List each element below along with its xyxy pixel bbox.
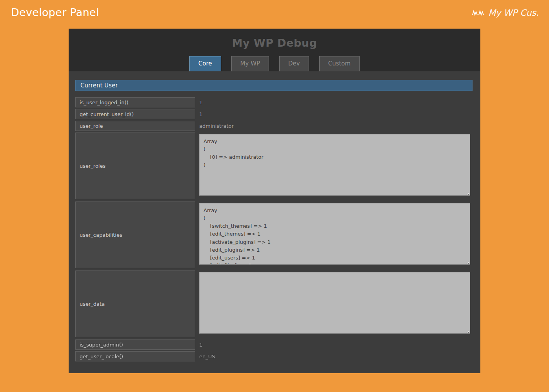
row-label: get_current_user_id() (75, 109, 195, 119)
tab-custom[interactable]: Custom (319, 56, 360, 71)
row-value-textarea[interactable] (199, 272, 470, 334)
panel-body: Current User is_user_logged_in()1get_cur… (69, 71, 480, 373)
row-value-wrap (195, 201, 473, 268)
table-row: user_roles (75, 132, 473, 199)
table-row: user_data (75, 270, 473, 337)
row-value-wrap (195, 270, 473, 337)
tab-my-wp[interactable]: My WP (231, 56, 269, 71)
section-header: Current User (75, 80, 473, 91)
brand-text: My WP Cus. (488, 8, 539, 18)
tab-core[interactable]: Core (189, 56, 221, 71)
row-label: user_role (75, 121, 195, 131)
table-row: user_capabilities (75, 201, 473, 268)
row-value: 1 (195, 339, 473, 350)
waveform-icon (472, 8, 485, 18)
row-label: get_user_locale() (75, 351, 195, 361)
row-label: is_user_logged_in() (75, 97, 195, 107)
tab-bar: CoreMy WPDevCustom (69, 56, 480, 71)
table-row: get_current_user_id()1 (75, 109, 473, 119)
table-row: is_super_admin()1 (75, 339, 473, 350)
row-label: user_data (75, 270, 195, 337)
table-row: get_user_locale()en_US (75, 351, 473, 361)
row-value: 1 (195, 109, 473, 119)
section-title: Current User (80, 82, 118, 89)
row-value: administrator (195, 121, 473, 131)
row-value: 1 (195, 97, 473, 107)
table-row: user_roleadministrator (75, 121, 473, 131)
panel-header: My WP Debug CoreMy WPDevCustom (69, 29, 480, 71)
tab-dev[interactable]: Dev (279, 56, 309, 71)
row-label: is_super_admin() (75, 339, 195, 350)
panel-title: My WP Debug (69, 37, 480, 49)
row-label: user_capabilities (75, 201, 195, 268)
row-value-textarea[interactable] (199, 203, 470, 265)
page-title: Developer Panel (11, 6, 99, 18)
row-value-wrap (195, 132, 473, 199)
row-value: en_US (195, 351, 473, 361)
page: Developer Panel My WP Cus. My WP Debug C… (0, 0, 549, 373)
row-label: user_roles (75, 132, 195, 199)
debug-panel: My WP Debug CoreMy WPDevCustom Current U… (69, 29, 480, 373)
topbar: Developer Panel My WP Cus. (0, 0, 549, 29)
brand-logo: My WP Cus. (472, 8, 539, 18)
table-row: is_user_logged_in()1 (75, 97, 473, 107)
row-value-textarea[interactable] (199, 134, 470, 196)
debug-table: is_user_logged_in()1get_current_user_id(… (75, 97, 473, 361)
